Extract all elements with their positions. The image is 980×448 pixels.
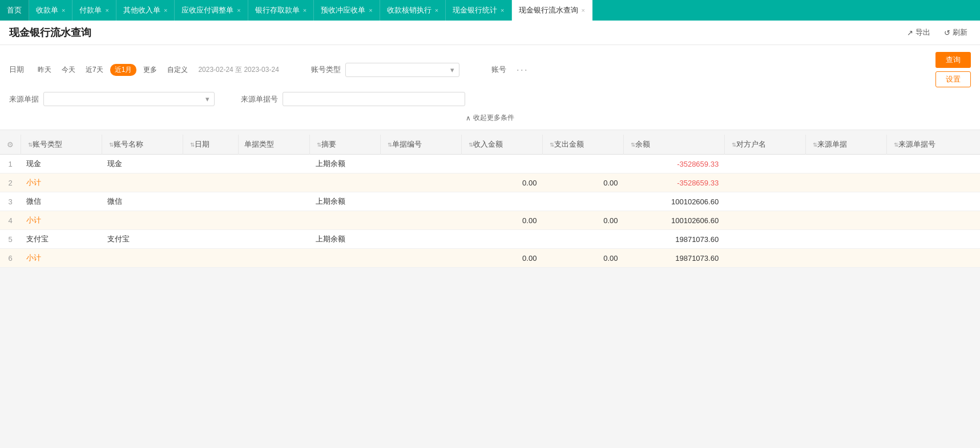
cell-summary: 上期余额 <box>310 192 380 211</box>
col-summary[interactable]: ⇅摘要 <box>310 135 380 155</box>
cell-counterparty <box>724 192 805 211</box>
cell-summary <box>310 211 380 230</box>
last1m-btn[interactable]: 近1月 <box>110 64 137 76</box>
cell-balance: 100102606.60 <box>624 192 725 211</box>
last7-btn[interactable]: 近7天 <box>82 64 107 76</box>
settings-col-icon[interactable]: ⚙ <box>7 140 14 149</box>
cell-expense: 0.00 <box>542 211 623 230</box>
table-row: 1现金现金上期余额-3528659.33 <box>0 155 980 173</box>
col-doc_type: 单据类型 <box>239 135 310 155</box>
close-icon[interactable]: × <box>164 7 167 14</box>
nav-tab-首页[interactable]: 首页 <box>0 0 29 21</box>
cell-account-type: 支付宝 <box>21 230 102 249</box>
account-label: 账号 <box>491 64 512 75</box>
cell-counterparty <box>724 249 805 268</box>
chevron-down-icon: ▾ <box>450 66 454 74</box>
cell-doc-type <box>239 211 310 230</box>
close-icon[interactable]: × <box>501 7 504 14</box>
chevron-down-icon2: ▾ <box>205 95 209 103</box>
account-type-select[interactable]: ▾ <box>345 63 459 77</box>
custom-btn[interactable]: 自定义 <box>164 64 191 76</box>
refresh-button[interactable]: ↺ 刷新 <box>941 25 971 40</box>
cell-doc-no <box>380 230 461 249</box>
refresh-icon: ↺ <box>944 29 950 37</box>
account-type-group: 账号类型 ▾ <box>311 63 459 77</box>
page-header: 现金银行流水查询 ↗ 导出 ↺ 刷新 <box>0 21 980 45</box>
btn-group: 查询 设置 <box>935 52 971 87</box>
close-icon[interactable]: × <box>582 7 585 14</box>
cell-doc-type <box>239 155 310 173</box>
nav-tab-现金银行流水查询[interactable]: 现金银行流水查询× <box>512 0 592 21</box>
cell-account-type: 现金 <box>21 155 102 173</box>
close-icon[interactable]: × <box>303 7 306 14</box>
close-icon[interactable]: × <box>62 7 65 14</box>
cell-expense: 0.00 <box>542 173 623 192</box>
date-label: 日期 <box>9 64 30 75</box>
cell-account-name <box>102 249 183 268</box>
today-btn[interactable]: 今天 <box>58 64 79 76</box>
header-actions: ↗ 导出 ↺ 刷新 <box>904 25 971 40</box>
cell-income <box>461 155 542 173</box>
nav-tab-现金银行统计[interactable]: 现金银行统计× <box>446 0 511 21</box>
nav-tab-其他收入单[interactable]: 其他收入单× <box>116 0 175 21</box>
col-source_doc_no[interactable]: ⇅来源单据号 <box>886 135 980 155</box>
col-expense[interactable]: ⇅支出金额 <box>542 135 623 155</box>
cell-doc-no <box>380 192 461 211</box>
table-row: 4小计0.000.00100102606.60 <box>0 211 980 230</box>
nav-tab-应收应付调整单[interactable]: 应收应付调整单× <box>175 0 248 21</box>
source-doc-no-group: 来源单据号 <box>241 92 465 106</box>
main-table: ⚙⇅账号类型⇅账号名称⇅日期单据类型⇅摘要⇅单据编号⇅收入金额⇅支出金额⇅余额⇅… <box>0 135 980 268</box>
more-btn[interactable]: 更多 <box>140 64 160 76</box>
close-icon[interactable]: × <box>435 7 438 14</box>
query-button[interactable]: 查询 <box>935 52 971 68</box>
export-button[interactable]: ↗ 导出 <box>904 25 934 40</box>
close-icon[interactable]: × <box>105 7 108 14</box>
col-counterparty[interactable]: ⇅对方户名 <box>724 135 805 155</box>
cell-income: 0.00 <box>461 173 542 192</box>
cell-source-doc-no <box>886 192 980 211</box>
source-doc-no-input[interactable] <box>283 92 465 106</box>
cell-source-doc-no <box>886 173 980 192</box>
nav-tab-收款核销执行[interactable]: 收款核销执行× <box>380 0 446 21</box>
nav-tab-收款单[interactable]: 收款单× <box>29 0 72 21</box>
top-nav: 首页收款单×付款单×其他收入单×应收应付调整单×银行存取款单×预收冲应收单×收款… <box>0 0 980 21</box>
nav-tab-银行存取款单[interactable]: 银行存取款单× <box>248 0 314 21</box>
filter-row-1: 日期 昨天 今天 近7天 近1月 更多 自定义 2023-02-24 至 202… <box>9 52 971 87</box>
col-account_name[interactable]: ⇅账号名称 <box>102 135 183 155</box>
nav-tab-预收冲应收单[interactable]: 预收冲应收单× <box>314 0 380 21</box>
cell-doc-type <box>239 230 310 249</box>
cell-counterparty <box>724 211 805 230</box>
cell-account-type: 小计 <box>21 211 102 230</box>
cell-expense <box>542 230 623 249</box>
collapse-bar[interactable]: ∧ 收起更多条件 <box>9 111 971 125</box>
cell-date <box>183 211 239 230</box>
cell-balance: 19871073.60 <box>624 249 725 268</box>
close-icon[interactable]: × <box>237 7 240 14</box>
cell-summary <box>310 249 380 268</box>
cell-income <box>461 230 542 249</box>
cell-account-name <box>102 211 183 230</box>
col-account_type[interactable]: ⇅账号类型 <box>21 135 102 155</box>
chevron-up-icon: ∧ <box>466 114 471 122</box>
cell-account-name: 微信 <box>102 192 183 211</box>
settings-button[interactable]: 设置 <box>935 71 971 87</box>
export-icon: ↗ <box>907 29 913 37</box>
col-balance[interactable]: ⇅余额 <box>624 135 725 155</box>
cell-source-doc-no <box>886 155 980 173</box>
col-income[interactable]: ⇅收入金额 <box>461 135 542 155</box>
nav-tab-付款单[interactable]: 付款单× <box>72 0 116 21</box>
cell-account-type: 微信 <box>21 192 102 211</box>
row-idx: 4 <box>0 211 21 230</box>
cell-source-doc <box>805 173 886 192</box>
col-source_doc[interactable]: ⇅来源单据 <box>805 135 886 155</box>
row-idx: 2 <box>0 173 21 192</box>
col-date[interactable]: ⇅日期 <box>183 135 239 155</box>
row-idx: 3 <box>0 192 21 211</box>
col-doc_no[interactable]: ⇅单据编号 <box>380 135 461 155</box>
cell-income: 0.00 <box>461 249 542 268</box>
close-icon[interactable]: × <box>369 7 372 14</box>
source-doc-select[interactable]: ▾ <box>43 92 215 106</box>
cell-account-type: 小计 <box>21 173 102 192</box>
account-dots[interactable]: ··· <box>517 64 529 76</box>
yesterday-btn[interactable]: 昨天 <box>34 64 55 76</box>
